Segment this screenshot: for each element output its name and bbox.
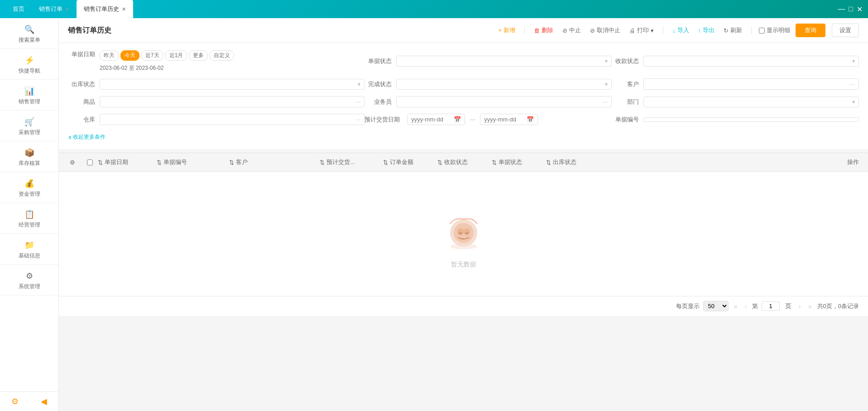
set-btn[interactable]: 设置 (832, 24, 859, 37)
sort-amount-icon[interactable]: ⇅ (383, 159, 388, 166)
payment-status-label: 收款状态 (612, 57, 643, 65)
sort-order-no-icon[interactable]: ⇅ (157, 159, 162, 166)
salesman-field[interactable]: ··· (396, 96, 612, 107)
date-btn-more[interactable]: 更多 (189, 50, 208, 61)
th-order-no: ⇅ 单据编号 (157, 158, 229, 166)
complete-status-select[interactable]: ▾ (396, 79, 612, 90)
payment-status-select[interactable]: ▾ (643, 56, 859, 67)
sort-customer-icon[interactable]: ⇅ (229, 159, 234, 166)
cal-to-icon: 📅 (527, 116, 534, 123)
import-btn[interactable]: ↓ 导入 (671, 26, 691, 34)
delivery-date-from[interactable]: 📅 (407, 114, 465, 125)
last-page-btn[interactable]: » (806, 302, 814, 311)
sidebar-item-purchase-mgmt[interactable]: 🛒 采购管理 (0, 111, 58, 141)
refresh-btn[interactable]: ↻ 刷新 (722, 26, 744, 34)
date-btn-7days[interactable]: 近7天 (141, 50, 163, 61)
search-menu-icon: 🔍 (24, 24, 34, 34)
th-settings[interactable]: ⚙ (63, 159, 82, 166)
sort-date-icon[interactable]: ⇅ (98, 159, 103, 166)
cancel-stop-btn[interactable]: ⊘ 取消中止 (588, 26, 622, 34)
delivery-date-to[interactable]: 📅 (480, 114, 538, 125)
select-all-checkbox[interactable] (87, 160, 93, 165)
close-history-tab[interactable]: ✕ (122, 6, 126, 12)
layout: 🔍 搜索菜单 ⚡ 快捷导航 📊 销售管理 🛒 采购管理 📦 库存核算 💰 资金管… (0, 18, 868, 411)
show-detail-checkbox[interactable]: 显示明细 (759, 26, 790, 34)
maximize-btn[interactable]: □ (849, 5, 853, 13)
filter-row-1: 单据日期 昨天 今天 近7天 近1月 更多 自定义 2023-06-02 至 2… (68, 50, 859, 72)
sidebar-item-inventory[interactable]: 📦 库存核算 (0, 141, 58, 172)
collapse-sidebar-icon[interactable]: ◀ (41, 396, 47, 406)
tab-sales-order-history[interactable]: 销售订单历史 ✕ (77, 0, 133, 18)
order-no-field[interactable] (643, 117, 859, 122)
system-mgmt-icon: ⚙ (26, 271, 33, 281)
warehouse-field[interactable]: ··· (100, 114, 364, 125)
settings-icon: ⚙ (70, 159, 75, 166)
table-area: ⚙ ⇅ 单据日期 ⇅ 单据编号 ⇅ 客户 ⇅ (59, 153, 868, 296)
svg-point-5 (458, 232, 463, 235)
date-btn-1month[interactable]: 近1月 (165, 50, 187, 61)
date-btn-yesterday[interactable]: 昨天 (100, 50, 119, 61)
sidebar-item-sales-mgmt[interactable]: 📊 销售管理 (0, 80, 58, 111)
sidebar-item-system-mgmt[interactable]: ⚙ 系统管理 (0, 265, 58, 295)
page-number-input[interactable] (762, 301, 780, 311)
close-sales-order-tab[interactable]: ✕ (65, 6, 69, 12)
new-btn[interactable]: + 新增 (497, 26, 517, 34)
sidebar-item-operation[interactable]: 📋 经营管理 (0, 203, 58, 234)
delivery-date-to-input[interactable] (484, 116, 525, 123)
filter-area: 单据日期 昨天 今天 近7天 近1月 更多 自定义 2023-06-02 至 2… (59, 43, 868, 149)
minimize-btn[interactable]: — (838, 5, 845, 13)
refresh-icon: ↻ (724, 27, 729, 34)
order-status-label: 单据状态 (364, 57, 396, 65)
window-controls: — □ ✕ (838, 5, 863, 14)
order-status-select[interactable]: ▾ (396, 56, 612, 67)
print-btn[interactable]: 🖨 打印 ▾ (628, 26, 656, 34)
sort-stock-status-icon[interactable]: ⇅ (546, 159, 551, 166)
per-page-select[interactable]: 50 100 200 (703, 301, 729, 311)
date-btn-custom[interactable]: 自定义 (210, 50, 234, 61)
department-arrow-icon: ▾ (852, 99, 855, 105)
svg-text:~: ~ (474, 215, 476, 219)
sidebar-item-finance[interactable]: 💰 资金管理 (0, 172, 58, 203)
print-icon: 🖨 (629, 27, 635, 34)
show-detail-input[interactable] (759, 28, 765, 34)
first-page-btn[interactable]: « (732, 302, 739, 311)
delete-btn[interactable]: 🗑 删除 (532, 26, 555, 34)
sort-order-status-icon[interactable]: ⇅ (492, 159, 497, 166)
export-btn[interactable]: ↑ 导出 (696, 26, 717, 34)
th-order-status: ⇅ 单据状态 (492, 158, 546, 166)
stock-status-select[interactable]: ▾ (100, 79, 364, 90)
query-btn[interactable]: 查询 (796, 24, 825, 37)
sidebar-item-quick-nav[interactable]: ⚡ 快捷导航 (0, 49, 58, 80)
settings-bottom-icon[interactable]: ⚙ (11, 396, 19, 406)
cancel-stop-icon: ⊘ (590, 27, 595, 34)
date-separator: — (468, 116, 477, 123)
stop-btn[interactable]: ⊘ 中止 (561, 26, 583, 34)
footer-pagination: 每页显示 50 100 200 « ‹ 第 页 › » 共0页，0条记录 (59, 296, 868, 316)
divider-2 (663, 27, 663, 34)
sort-payment-status-icon[interactable]: ⇅ (437, 159, 442, 166)
collapse-link[interactable]: ∧ 收起更多条件 (68, 133, 859, 141)
th-action: 操作 (600, 158, 863, 166)
sidebar-item-basic-info[interactable]: 📁 基础信息 (0, 234, 58, 265)
toolbar: + 新增 🗑 删除 ⊘ 中止 ⊘ 取消中止 🖨 打印 ▾ (497, 24, 859, 37)
divider-1 (524, 27, 525, 34)
delivery-date-label: 预计交货日期 (364, 116, 404, 124)
close-btn[interactable]: ✕ (857, 5, 863, 14)
purchase-mgmt-icon: 🛒 (24, 117, 34, 127)
prev-page-btn[interactable]: ‹ (743, 302, 748, 311)
page-title: 销售订单历史 (68, 26, 111, 35)
basic-info-icon: 📁 (24, 240, 34, 250)
department-select[interactable]: ▾ (643, 97, 859, 107)
sort-delivery-icon[interactable]: ⇅ (320, 159, 325, 166)
sidebar-item-search-menu[interactable]: 🔍 搜索菜单 (0, 18, 58, 49)
tab-sales-order[interactable]: 销售订单 ✕ (32, 0, 77, 18)
delivery-date-from-input[interactable] (411, 116, 452, 123)
product-field[interactable]: ··· (100, 96, 364, 107)
order-no-label: 单据编号 (612, 116, 643, 124)
date-btn-today[interactable]: 今天 (120, 50, 139, 61)
svg-point-6 (465, 232, 469, 235)
customer-field[interactable]: ··· (643, 78, 859, 90)
next-page-btn[interactable]: › (797, 302, 803, 311)
tab-home[interactable]: 首页 (5, 0, 32, 18)
th-check[interactable] (82, 160, 98, 165)
